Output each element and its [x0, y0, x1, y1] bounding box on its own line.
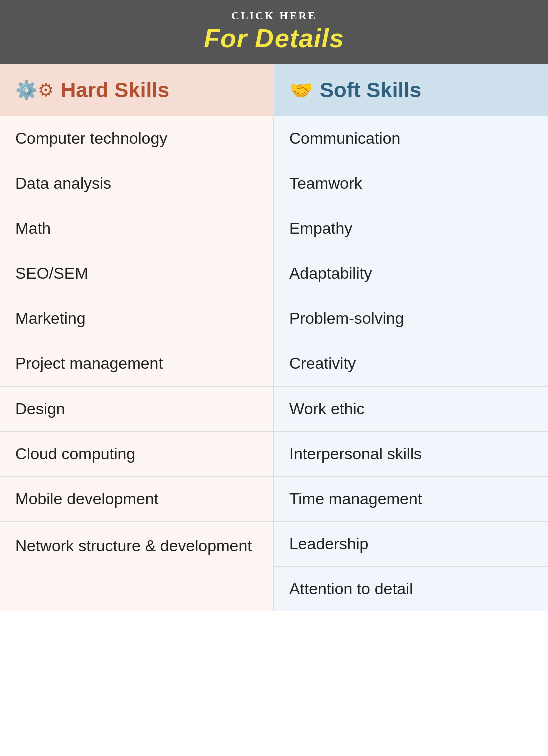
hard-skills-header: ⚙️⚙ Hard Skills: [0, 64, 274, 116]
soft-skill-item: Empathy: [274, 206, 548, 251]
soft-skills-title: Soft Skills: [320, 78, 421, 102]
soft-skill-item: Communication: [274, 116, 548, 161]
skills-body: Computer technology Communication Data a…: [0, 116, 548, 611]
hard-skill-item: Cloud computing: [0, 432, 274, 477]
hard-skill-item: Mobile development: [0, 477, 274, 522]
skills-header: ⚙️⚙ Hard Skills 🤝 Soft Skills: [0, 64, 548, 116]
soft-skills-header: 🤝 Soft Skills: [274, 64, 548, 116]
hard-skill-item: SEO/SEM: [0, 251, 274, 296]
hard-skill-item: Network structure & development: [0, 522, 274, 611]
gear-icon: ⚙️⚙: [15, 80, 54, 101]
soft-skill-item: Work ethic: [274, 387, 548, 432]
soft-skill-double-item: Leadership Attention to detail: [274, 522, 548, 611]
hard-skill-item: Data analysis: [0, 161, 274, 206]
hard-skill-item: Project management: [0, 341, 274, 387]
hard-skills-title: Hard Skills: [61, 78, 169, 102]
soft-skill-item: Leadership: [274, 522, 548, 567]
hard-skill-item: Marketing: [0, 296, 274, 341]
soft-skill-item: Problem-solving: [274, 296, 548, 341]
header-banner: CLICK HERE For Details: [0, 0, 548, 64]
click-here-label: CLICK HERE: [10, 9, 538, 22]
soft-skill-item: Creativity: [274, 341, 548, 387]
soft-skill-item: Adaptability: [274, 251, 548, 296]
soft-skill-item: Teamwork: [274, 161, 548, 206]
soft-skill-item: Attention to detail: [274, 567, 548, 611]
hard-skill-item: Design: [0, 387, 274, 432]
hard-skill-item: Computer technology: [0, 116, 274, 161]
soft-skill-item: Interpersonal skills: [274, 432, 548, 477]
hard-skill-item: Math: [0, 206, 274, 251]
handshake-icon: 🤝: [289, 79, 313, 101]
for-details-label[interactable]: For Details: [10, 23, 538, 53]
soft-skill-item: Time management: [274, 477, 548, 522]
